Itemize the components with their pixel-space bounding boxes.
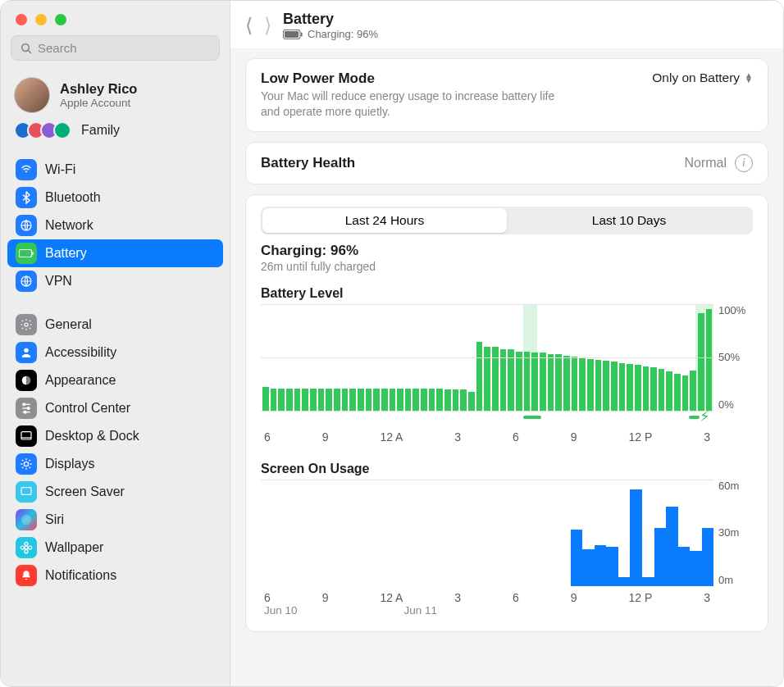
sidebar-item-bluetooth[interactable]: Bluetooth <box>7 184 223 212</box>
sidebar-item-label: Siri <box>45 512 64 527</box>
battery-bar <box>682 375 689 411</box>
sidebar-item-appearance[interactable]: Appearance <box>7 366 223 394</box>
close-window-button[interactable] <box>16 14 27 25</box>
sidebar-item-notifications[interactable]: Notifications <box>7 562 223 589</box>
svg-rect-28 <box>285 30 299 37</box>
sidebar: Search Ashley Rico Apple Account Family … <box>1 1 230 686</box>
sidebar-item-account[interactable]: Ashley Rico Apple Account <box>1 71 230 118</box>
screen-on-x-sub: Jun 10Jun 11 <box>261 604 713 616</box>
battery-bar <box>603 361 609 411</box>
battery-bar <box>262 387 269 410</box>
sidebar-item-label: Network <box>45 218 93 233</box>
sidebar-item-general[interactable]: General <box>7 311 223 339</box>
battery-bar <box>587 359 594 411</box>
battery-bar <box>271 389 277 411</box>
battery-level-title: Battery Level <box>261 286 753 301</box>
sidebar-item-displays[interactable]: Displays <box>7 450 223 478</box>
minimize-window-button[interactable] <box>35 14 47 25</box>
battery-bar <box>444 389 451 411</box>
nav-back-button[interactable]: ⟨ <box>245 14 253 37</box>
battery-health-title: Battery Health <box>261 155 355 171</box>
battery-bar <box>516 352 522 411</box>
svg-point-18 <box>24 462 28 466</box>
battery-bar <box>643 366 650 411</box>
network-icon <box>16 215 37 236</box>
info-icon[interactable]: i <box>735 154 753 172</box>
usage-bar <box>690 551 702 586</box>
svg-point-7 <box>24 348 28 353</box>
sidebar-item-wallpaper[interactable]: Wallpaper <box>7 534 223 562</box>
low-power-mode-select[interactable]: Only on Battery ▲▼ <box>652 71 753 85</box>
sidebar-item-siri[interactable]: Siri <box>7 506 223 534</box>
window-controls <box>1 9 230 35</box>
usage-bar <box>702 528 714 586</box>
sidebar-item-control-center[interactable]: Control Center <box>7 394 223 422</box>
battery-bar <box>278 389 285 411</box>
sidebar-item-label: Displays <box>45 457 94 471</box>
sidebar-item-desktop-dock[interactable]: Desktop & Dock <box>7 422 223 450</box>
nav-forward-button[interactable]: ⟩ <box>264 14 271 37</box>
battery-bar <box>349 389 356 411</box>
control-center-icon <box>16 398 37 419</box>
battery-bar <box>318 389 325 411</box>
battery-bar <box>555 354 562 410</box>
usage-bar <box>678 547 691 585</box>
svg-line-1 <box>28 50 31 53</box>
sidebar-item-network[interactable]: Network <box>7 212 223 239</box>
usage-bar <box>642 577 654 586</box>
sidebar-item-screen-saver[interactable]: Screen Saver <box>7 478 223 506</box>
battery-bar <box>666 371 672 411</box>
search-placeholder: Search <box>38 41 77 55</box>
sidebar-item-label: VPN <box>45 274 72 289</box>
svg-point-22 <box>25 542 28 545</box>
usage-bar <box>654 528 667 586</box>
siri-icon <box>16 509 37 530</box>
svg-rect-19 <box>21 488 31 495</box>
sidebar-item-wifi[interactable]: Wi-Fi <box>7 156 223 184</box>
svg-rect-4 <box>32 252 33 255</box>
search-input[interactable]: Search <box>11 35 220 61</box>
usage-card: Last 24 Hours Last 10 Days Charging: 96%… <box>245 194 768 632</box>
svg-point-14 <box>27 407 30 410</box>
sidebar-item-label: Control Center <box>45 401 130 416</box>
usage-bar <box>618 577 631 586</box>
battery-bar <box>381 389 388 411</box>
svg-rect-3 <box>19 250 31 257</box>
battery-bar <box>572 357 578 411</box>
tab-last-24-hours[interactable]: Last 24 Hours <box>262 208 507 233</box>
battery-health-row[interactable]: Battery Health Normal i <box>245 142 768 184</box>
battery-bar <box>334 389 340 411</box>
battery-icon <box>16 243 37 264</box>
sidebar-item-family[interactable]: Family <box>1 118 230 151</box>
battery-bar <box>421 389 427 411</box>
family-label: Family <box>81 123 120 138</box>
screen-on-title: Screen On Usage <box>261 462 753 476</box>
svg-rect-27 <box>301 32 303 36</box>
screen-on-bars <box>261 480 713 586</box>
battery-bar <box>595 360 602 411</box>
battery-bar <box>619 363 626 411</box>
usage-bar <box>582 549 595 586</box>
usage-bar <box>630 489 642 586</box>
sidebar-item-vpn[interactable]: VPN <box>7 267 223 295</box>
fullscreen-window-button[interactable] <box>55 14 66 25</box>
sidebar-item-label: Desktop & Dock <box>45 429 139 444</box>
battery-level-x-axis: 6912 A36912 P3 <box>261 430 713 444</box>
tab-last-10-days[interactable]: Last 10 Days <box>507 208 751 233</box>
appearance-icon <box>16 370 37 391</box>
sidebar-item-accessibility[interactable]: Accessibility <box>7 339 223 366</box>
usage-bar <box>571 530 583 586</box>
battery-level-y-axis: 100%50%0% <box>718 304 751 411</box>
battery-bar <box>635 365 641 410</box>
charging-sub: 26m until fully charged <box>261 260 753 273</box>
battery-bar <box>390 389 396 411</box>
battery-bar <box>302 389 308 411</box>
battery-bar <box>429 389 435 411</box>
battery-bar <box>453 389 459 411</box>
svg-point-23 <box>25 550 28 553</box>
low-power-desc: Your Mac will reduce energy usage to inc… <box>261 89 572 120</box>
accessibility-icon <box>16 342 37 363</box>
sidebar-item-battery[interactable]: Battery <box>7 239 223 267</box>
sidebar-item-label: Appearance <box>45 373 116 388</box>
sidebar-item-label: Battery <box>45 246 87 261</box>
